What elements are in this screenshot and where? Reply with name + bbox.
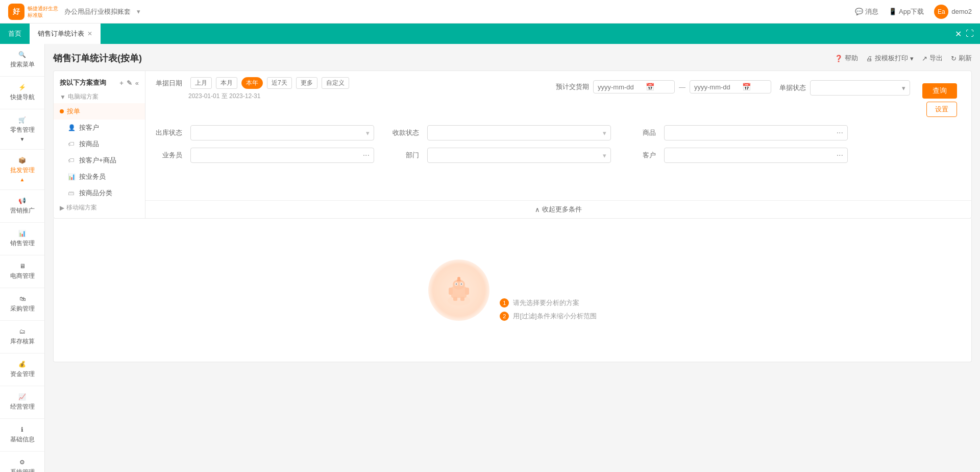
empty-state: 1 请先选择要分析的方案 2 用[过滤]条件来缩小分析范围 — [54, 219, 971, 362]
window-close-icon[interactable]: ✕ — [955, 29, 962, 39]
svg-rect-5 — [460, 297, 464, 301]
edit-scheme-icon[interactable]: ✎ — [127, 79, 132, 87]
scheme-category-mobile[interactable]: ▶ 移动端方案 — [54, 201, 145, 214]
sidebar-label-finance: 资金管理 — [10, 370, 35, 379]
scheme-item-by-customer[interactable]: 👤 按客户 — [54, 120, 145, 136]
avatar: Ea — [934, 5, 948, 19]
scheme-label-by-goods: 按商品 — [79, 139, 99, 149]
status-label: 单据状态 — [777, 83, 806, 92]
scheme-item-by-cust-goods[interactable]: 🏷 按客户+商品 — [54, 152, 145, 169]
settings-button[interactable]: 设置 — [926, 102, 957, 117]
sidebar-label-operation: 经营管理 — [10, 403, 35, 411]
date-btn-more[interactable]: 更多 — [296, 77, 317, 89]
tab-home[interactable]: 首页 — [0, 23, 30, 44]
svg-point-9 — [456, 284, 457, 285]
sidebar-item-purchase[interactable]: 🛍 采购管理 — [0, 288, 44, 321]
payment-status-label: 收款状态 — [390, 128, 419, 137]
export-icon: ↗ — [922, 55, 927, 62]
app-download-btn[interactable]: 📱 App下载 — [889, 7, 924, 16]
scheme-panel-title: 按以下方案查询 — [60, 78, 106, 87]
dept-select[interactable]: ▾ — [427, 148, 611, 163]
start-date-field[interactable] — [598, 83, 644, 91]
operation-icon: 📈 — [18, 393, 26, 400]
date-btn-last-month[interactable]: 上月 — [190, 77, 212, 89]
scheme-item-by-order[interactable]: 按单 — [54, 103, 145, 120]
sidebar-label-search: 搜索菜单 — [10, 60, 35, 69]
sidebar-item-inventory[interactable]: 🗂 库存核算 — [0, 321, 44, 353]
svg-rect-3 — [465, 288, 469, 295]
template-print-btn[interactable]: 🖨 按模板打印 ▾ — [866, 54, 914, 63]
help-icon: ❓ — [835, 55, 843, 62]
inventory-icon: 🗂 — [19, 328, 26, 335]
goods-select[interactable]: ··· — [664, 125, 848, 140]
salesman-select[interactable]: ··· — [190, 148, 374, 163]
sidebar-item-finance[interactable]: 💰 资金管理 — [0, 353, 44, 386]
payment-status-select[interactable]: ▾ — [427, 125, 611, 140]
help-btn[interactable]: ❓ 帮助 — [835, 54, 858, 63]
ecommerce-icon: 🖥 — [19, 263, 26, 270]
status-dropdown-icon: ▾ — [902, 84, 905, 92]
query-button[interactable]: 查询 — [922, 83, 957, 99]
tab-home-label: 首页 — [8, 29, 21, 38]
customer-select[interactable]: ··· — [664, 148, 848, 163]
sidebar-item-retail[interactable]: 🛒 零售管理 ▼ — [0, 109, 44, 150]
salesman-label: 业务员 — [154, 151, 182, 160]
sidebar-item-wholesale[interactable]: 📦 批发管理 ▲ — [0, 150, 44, 190]
sidebar-item-ecommerce[interactable]: 🖥 电商管理 — [0, 255, 44, 288]
window-maximize-icon[interactable]: ⛶ — [966, 29, 974, 38]
status-select[interactable]: ▾ — [810, 80, 910, 96]
tab-sales-stat[interactable]: 销售订单统计表 ✕ — [30, 23, 101, 44]
date-btn-this-year[interactable]: 本年 — [241, 77, 263, 89]
sidebar-item-sales[interactable]: 📊 销售管理 — [0, 223, 44, 255]
end-date-input[interactable]: 📅 — [690, 80, 771, 93]
system-icon: ⚙ — [19, 459, 25, 466]
filter-row-1: 单据日期 上月 本月 本年 近7天 更多 自定义 — [154, 77, 963, 123]
date-btn-7days[interactable]: 近7天 — [267, 77, 292, 89]
sidebar-item-system[interactable]: ⚙ 系统管理 — [0, 452, 44, 472]
goods-more-icon[interactable]: ··· — [837, 128, 843, 137]
expected-date-label: 预计交货期 — [556, 82, 589, 91]
payment-dropdown-icon: ▾ — [603, 129, 606, 137]
message-btn[interactable]: 💬 消息 — [855, 7, 878, 16]
sidebar-item-search[interactable]: 🔍 搜索菜单 — [0, 44, 44, 77]
scheme-item-by-salesman[interactable]: 📊 按业务员 — [54, 169, 145, 185]
dept-dropdown-icon: ▾ — [603, 152, 606, 159]
end-date-field[interactable] — [694, 83, 740, 91]
basic-icon: ℹ — [21, 426, 23, 433]
sidebar-item-quick-nav[interactable]: ⚡ 快捷导航 — [0, 77, 44, 109]
collapse-chevron-icon: ∧ — [535, 206, 540, 214]
export-btn[interactable]: ↗ 导出 — [922, 54, 943, 63]
doc-date-label: 单据日期 — [154, 79, 182, 88]
scheme-item-by-goods[interactable]: 🏷 按商品 — [54, 136, 145, 152]
template-print-arrow[interactable]: ▾ — [910, 55, 914, 62]
start-date-input[interactable]: 📅 — [593, 80, 675, 93]
app-title-dropdown[interactable]: ▾ — [137, 8, 140, 15]
tab-close-icon[interactable]: ✕ — [87, 30, 92, 37]
refresh-btn[interactable]: ↻ 刷新 — [951, 54, 972, 63]
wholesale-arrow: ▲ — [20, 177, 25, 182]
end-date-calendar-icon: 📅 — [742, 83, 751, 91]
sidebar-item-marketing[interactable]: 📢 营销推广 — [0, 190, 44, 223]
salesman-more-icon[interactable]: ··· — [363, 151, 370, 160]
add-scheme-icon[interactable]: + — [119, 79, 124, 87]
sidebar-item-basic[interactable]: ℹ 基础信息 — [0, 419, 44, 452]
content-area: 销售订单统计表(按单) ❓ 帮助 🖨 按模板打印 ▾ ↗ 导出 — [45, 44, 980, 472]
customer-more-icon[interactable]: ··· — [837, 151, 843, 160]
collapse-panel-icon[interactable]: « — [135, 79, 139, 87]
empty-robot-svg — [441, 272, 477, 308]
scheme-item-by-category[interactable]: 🗃 按商品分类 — [54, 185, 145, 201]
sidebar-label-sales: 销售管理 — [10, 239, 35, 248]
scheme-category-pc[interactable]: ▼ 电脑端方案 — [54, 90, 145, 103]
filter-row-3: 业务员 ··· 部门 ▾ 客户 — [154, 148, 963, 163]
date-btn-this-month[interactable]: 本月 — [216, 77, 237, 89]
tip-text-1: 请先选择要分析的方案 — [513, 298, 579, 308]
top-bar: 好 畅捷通好生意 标准版 办公用品行业模拟账套 ▾ 💬 消息 📱 App下载 E… — [0, 0, 980, 23]
date-btn-custom[interactable]: 自定义 — [322, 77, 349, 89]
scheme-panel-icons: + ✎ « — [119, 79, 139, 87]
user-profile[interactable]: Ea demo2 — [934, 5, 972, 19]
collapse-btn[interactable]: ∧ 收起更多条件 — [145, 200, 971, 218]
svg-rect-4 — [453, 297, 457, 301]
delivery-status-select[interactable]: ▾ — [190, 125, 374, 140]
sidebar-item-operation[interactable]: 📈 经营管理 — [0, 386, 44, 419]
retail-icon: 🛒 — [18, 116, 26, 124]
